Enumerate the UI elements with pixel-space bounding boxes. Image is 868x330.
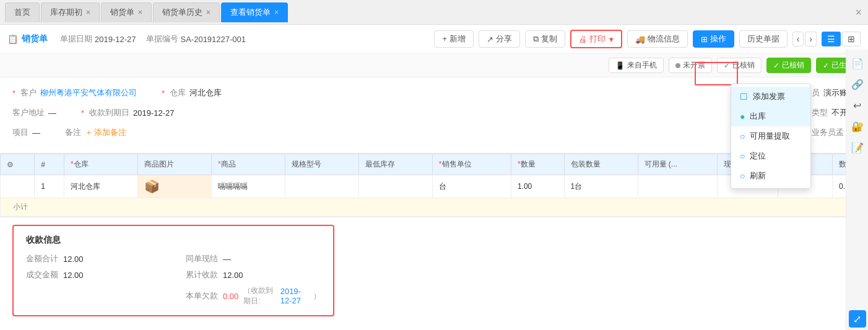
share-icon: ↗ — [487, 35, 493, 44]
effective-icon: ✓ — [823, 61, 829, 70]
col-spec: 规格型号 — [285, 154, 358, 175]
payment-date-field: * 收款到期日 2019-12-27 — [81, 107, 175, 118]
payment-info-box: 收款信息 金额合计 12.00 同单现结 — 成交金额 12.00 累计收款 1… — [12, 225, 334, 316]
payment-cumulative: 累计收款 12.00 — [186, 269, 321, 280]
sidebar-link-icon[interactable]: 🔗 — [849, 76, 866, 93]
tab-sales-order[interactable]: 销货单 × — [101, 2, 152, 22]
next-button[interactable]: › — [805, 32, 817, 46]
col-settings[interactable]: ⚙ — [1, 154, 35, 175]
print-button[interactable]: 🖨 打印 ▾ — [570, 30, 622, 48]
document-toolbar: 📋 销货单 单据日期 2019-12-27 单据编号 SA-20191227-0… — [0, 25, 868, 54]
check-button[interactable]: ✓ 已核销 — [717, 58, 762, 73]
payment-settlement: 同单现结 — — [186, 253, 321, 264]
invoice-icon: ☐ — [740, 92, 748, 102]
date-value: 2019-12-27 — [95, 35, 136, 44]
truck-icon: 🚚 — [635, 35, 645, 44]
sub-toolbar: 📱 来自手机 未开票 ✓ 已核销 ✓ 已核销 ✓ 已生效 — [0, 54, 868, 77]
cell-min-stock — [358, 175, 432, 198]
transaction-value: 12.00 — [63, 271, 84, 280]
document-title: 销货单 — [22, 33, 48, 45]
number-label: 单据编号 — [146, 33, 178, 45]
req-star: * — [12, 89, 15, 98]
history-button[interactable]: 历史单据 — [739, 30, 788, 48]
cell-avail — [638, 175, 717, 198]
cell-spec — [285, 175, 358, 198]
cell-pack-qty: 1台 — [564, 175, 638, 198]
col-pack-qty: 包装数量 — [564, 154, 638, 175]
tab-inventory-init[interactable]: 库存期初 × — [41, 2, 100, 22]
verified-button[interactable]: ✓ 已核销 — [766, 58, 811, 73]
gear-icon: ⚙ — [7, 160, 14, 169]
arrears-date: 2019-12-27 — [280, 287, 308, 305]
not-opened-dot — [675, 63, 680, 68]
cell-product-img: 📦 — [137, 175, 211, 198]
payment-transaction: 成交金额 12.00 — [26, 269, 161, 280]
close-icon[interactable]: × — [274, 8, 279, 17]
req-star: * — [162, 89, 165, 98]
sidebar-lock-icon[interactable]: 🔐 — [849, 118, 866, 135]
project-value: — — [32, 128, 40, 137]
document-icon: 📋 — [7, 34, 18, 44]
sidebar-expand-icon[interactable]: ⤢ — [849, 310, 866, 328]
grid-view-button[interactable]: ⊞ — [842, 32, 861, 46]
req-star: * — [81, 108, 84, 118]
operations-button[interactable]: ⊞ 操作 — [693, 30, 734, 48]
cell-warehouse: 河北仓库 — [64, 175, 137, 198]
prev-button[interactable]: ‹ — [792, 32, 804, 46]
verified-icon: ✓ — [773, 61, 779, 70]
toolbar-actions: + 新增 ↗ 分享 ⧉ 复制 🖨 打印 ▾ 🚚 物流信息 — [434, 30, 861, 48]
available-extract-item[interactable]: ○ 可用量提取 — [731, 126, 810, 146]
outbound-item[interactable]: ● 出库 — [731, 106, 810, 126]
right-sidebar: 📄 🔗 ↩ 🔐 📝 ⤢ — [846, 50, 868, 330]
date-label: 单据日期 — [60, 33, 92, 45]
warehouse-value: 河北仓库 — [189, 87, 222, 98]
view-toggle: ☰ ⊞ — [822, 32, 861, 46]
document-meta: 单据日期 2019-12-27 单据编号 SA-20191227-001 — [60, 33, 246, 45]
cell-seq: 1 — [35, 175, 64, 198]
close-icon[interactable]: × — [138, 8, 142, 17]
payment-total: 金额合计 12.00 — [26, 253, 161, 264]
form-row-3: 项目 — 备注 ＋ 添加备注 * 业务员孟 — — [12, 127, 856, 138]
add-note-button[interactable]: ＋ 添加备注 — [85, 127, 126, 138]
plus-icon: ＋ — [85, 127, 93, 138]
number-value: SA-20191227-001 — [181, 35, 246, 44]
col-min-stock: 最低库存 — [358, 154, 432, 175]
share-button[interactable]: ↗ 分享 — [479, 30, 520, 48]
list-view-button[interactable]: ☰ — [822, 32, 841, 46]
cell-sales-unit: 台 — [432, 175, 511, 198]
total-value: 12.00 — [63, 254, 84, 264]
col-product-img: 商品图片 — [137, 154, 211, 175]
new-button[interactable]: + 新增 — [434, 30, 473, 48]
grid-icon: ⊞ — [701, 35, 708, 44]
payment-arrears: 本单欠款 0.00 （收款到期日: 2019-12-27 ） — [186, 285, 321, 306]
copy-icon: ⧉ — [533, 34, 539, 44]
close-icon[interactable]: × — [206, 8, 210, 17]
sidebar-doc-icon[interactable]: 📄 — [849, 54, 866, 72]
payment-grid: 金额合计 12.00 同单现结 — 成交金额 12.00 累计收款 12.00 … — [26, 253, 321, 306]
customer-value[interactable]: 柳州粤港平安气体有限公司 — [40, 87, 137, 98]
col-seq: # — [35, 154, 64, 175]
print-icon: 🖨 — [579, 35, 587, 44]
close-icon[interactable]: × — [86, 8, 90, 17]
dropdown-arrow-icon: ▾ — [609, 35, 614, 44]
sidebar-return-icon[interactable]: ↩ — [849, 97, 866, 114]
window-close-button[interactable]: × — [855, 6, 862, 19]
refresh-item[interactable]: ○ 刷新 — [731, 166, 810, 186]
logistics-button[interactable]: 🚚 物流信息 — [627, 30, 688, 48]
locate-item[interactable]: ○ 定位 — [731, 146, 810, 166]
not-opened-button[interactable]: 未开票 — [669, 58, 712, 73]
tab-home[interactable]: 首页 — [5, 2, 40, 22]
col-product: *商品 — [211, 154, 285, 175]
tab-bar: 首页 库存期初 × 销货单 × 销货单历史 × 查看销货单 × × — [0, 0, 868, 25]
add-invoice-item[interactable]: ☐ 添加发票 — [731, 87, 810, 106]
sidebar-note-icon[interactable]: 📝 — [849, 139, 866, 156]
subtotal-row: 小计 — [1, 198, 868, 217]
arrears-note: （收款到期日: — [243, 285, 275, 306]
cell-product: 嗝嗝嗝嗝 — [211, 175, 285, 198]
from-phone-button[interactable]: 📱 来自手机 — [609, 58, 664, 73]
phone-icon: 📱 — [615, 61, 625, 70]
tab-view-sales[interactable]: 查看销货单 × — [221, 2, 288, 22]
address-value: — — [48, 108, 56, 118]
copy-button[interactable]: ⧉ 复制 — [525, 30, 565, 48]
tab-sales-history[interactable]: 销货单历史 × — [153, 2, 220, 22]
